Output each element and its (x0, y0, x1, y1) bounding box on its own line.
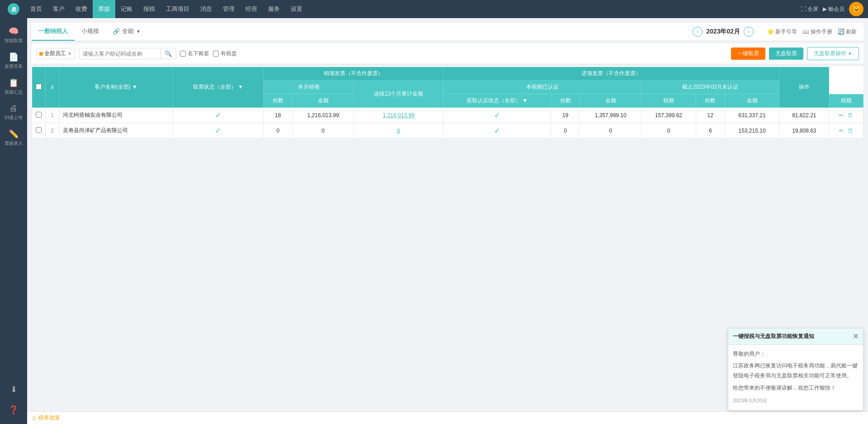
no-disk-ticket-btn[interactable]: 无盘取票 (769, 48, 803, 60)
user-avatar[interactable]: 🐱 (849, 2, 863, 16)
refresh-btn[interactable]: 🔄 刷新 (838, 28, 857, 36)
row-uncert-tax: 19,808.63 (779, 123, 829, 138)
row-purchase-tax: 157,399.62 (642, 108, 696, 123)
warning-icon: ⚠ (32, 415, 37, 421)
invoice-entry-icon: ✏️ (9, 129, 19, 139)
tax-policy-link[interactable]: ⚠ 税务政策 (32, 414, 60, 422)
nav-charge[interactable]: 收费 (70, 0, 93, 18)
guide-icon: 🌟 (767, 29, 774, 35)
no-disk-ops-btn[interactable]: 无盘取票操作 ▼ (807, 47, 859, 60)
row-checkbox[interactable] (32, 108, 46, 123)
invoice-summary-icon: 📋 (9, 78, 19, 88)
row-cert-status: ✓ (443, 108, 551, 123)
row-purchase-tax: 0 (642, 123, 696, 138)
sidebar-item-invoice-summary[interactable]: 📋 票据汇总 (1, 74, 26, 99)
sidebar-item-invoice-entry[interactable]: ✏️ 票据录入 (1, 125, 26, 150)
edit-icon[interactable]: ✏ (839, 112, 844, 119)
sub-account-checkbox[interactable] (180, 51, 186, 57)
one-key-ticket-btn[interactable]: 一键取票 (731, 48, 765, 60)
notification-header: 一键报税与无盘取票功能恢复通知 ✕ (728, 329, 863, 345)
fullscreen-icon: ⛶ (801, 6, 806, 12)
search-wrap: 🔍 (79, 48, 176, 59)
vip-icon: ▶ (823, 6, 827, 12)
th-ops: 操作 (779, 67, 829, 108)
filter-icon-customer[interactable]: ▼ (132, 84, 137, 90)
th-purchase-amount: 金额 (580, 94, 642, 108)
date-nav: ‹ 2023年02月 › (686, 27, 760, 37)
th-purchase-tax: 税额 (642, 94, 696, 108)
sub-account-check[interactable]: 名下账套 (180, 50, 209, 57)
nav-bookkeeping[interactable]: 记账 (115, 0, 138, 18)
manual-icon: 📖 (802, 29, 809, 35)
next-month-btn[interactable]: › (744, 27, 754, 37)
sidebar-bottom: ⬇ ❓ (1, 381, 26, 419)
nav-items: 首页 客户 收费 票据 记账 报税 工商项目 消息 管理 经营 服务 设置 (25, 0, 801, 18)
row-sales-amount: 1,216,013.99 (292, 108, 354, 123)
row-purchase-copies: 19 (551, 108, 580, 123)
row-cumulative[interactable]: 1,216,013.99 (354, 108, 443, 123)
filter-icon-take[interactable]: ▼ (238, 84, 243, 90)
sidebar-download[interactable]: ⬇ (1, 381, 26, 398)
row-ops: ✏ 🗒 (829, 108, 863, 123)
th-sales-copies: 份数 (264, 94, 292, 108)
row-cumulative[interactable]: 0 (354, 123, 443, 138)
smart-ticket-icon: 🧠 (9, 26, 19, 36)
nav-tax[interactable]: 报税 (138, 0, 160, 18)
th-customer: 客户名称(全部) ▼ (59, 67, 173, 108)
search-button[interactable]: 🔍 (160, 48, 176, 59)
download-icon: ⬇ (10, 385, 17, 395)
employee-dot (39, 52, 43, 56)
filter-actions: 一键取票 无盘取票 无盘取票操作 ▼ (731, 47, 859, 60)
sidebar-item-smart-ticket[interactable]: 🧠 智能取票 (1, 23, 26, 48)
th-num: # (46, 67, 59, 108)
row-uncert-copies: 6 (696, 123, 725, 138)
row-sales-copies: 18 (264, 108, 292, 123)
employee-select[interactable]: 全部员工 ▼ (36, 48, 75, 59)
search-input[interactable] (79, 49, 160, 59)
prev-month-btn[interactable]: ‹ (693, 27, 703, 37)
nav-message[interactable]: 消息 (195, 0, 217, 18)
row-sales-copies: 0 (264, 123, 292, 138)
row-uncert-copies: 12 (696, 108, 725, 123)
nav-home[interactable]: 首页 (25, 0, 47, 18)
nav-service[interactable]: 服务 (263, 0, 285, 18)
nav-client[interactable]: 客户 (47, 0, 70, 18)
tab-general-taxpayer[interactable]: 一般纳税人 (32, 23, 75, 41)
manual-btn[interactable]: 📖 操作手册 (802, 28, 832, 36)
row-customer: 河北柯搭柚实业有限公司 (59, 108, 173, 123)
row-checkbox[interactable] (32, 123, 46, 138)
current-date: 2023年02月 (706, 28, 740, 36)
filter-bar: 全部员工 ▼ 🔍 名下账套 有税盘 一键取票 无盘取票 无盘取票操作 ▼ (32, 43, 863, 64)
notification-close-btn[interactable]: ✕ (853, 332, 859, 341)
th-cumulative: 连续12个月累计金额 (354, 81, 443, 108)
row-cert-status: ✓ (443, 123, 551, 138)
row-customer: 灵寿县尚泽矿产品有限公司 (59, 123, 173, 138)
select-all-checkbox[interactable] (36, 84, 42, 90)
vip-btn[interactable]: ▶ 畅会员 (823, 5, 844, 13)
edit-icon[interactable]: ✏ (839, 128, 844, 134)
link-icon: 🔗 (113, 28, 120, 35)
nav-invoice[interactable]: 票据 (93, 0, 115, 18)
copy-icon[interactable]: 🗒 (848, 128, 853, 134)
row-uncert-amount: 631,337.21 (725, 108, 779, 123)
sidebar-help[interactable]: ❓ (1, 401, 26, 419)
copy-icon[interactable]: 🗒 (848, 112, 853, 119)
nav-operation[interactable]: 经营 (240, 0, 263, 18)
notification-panel: 一键报税与无盘取票功能恢复通知 ✕ 尊敬的用户： 江苏政务网已恢复访问电子税务局… (728, 328, 863, 410)
notification-body: 尊敬的用户： 江苏政务网已恢复访问电子税务局功能，易代账一键登陆电子税务局与无盘… (728, 345, 863, 410)
fullscreen-btn[interactable]: ⛶ 全屏 (801, 5, 818, 13)
has-tax-check[interactable]: 有税盘 (213, 50, 237, 57)
app-logo: 易 (5, 0, 23, 18)
tab-all-capable[interactable]: 🔗 全能 ▼ (106, 23, 147, 41)
nav-settings[interactable]: 设置 (285, 0, 308, 18)
tab-small-scale[interactable]: 小规模 (75, 23, 106, 41)
new-guide-btn[interactable]: 🌟 新手引导 (767, 28, 797, 36)
sidebar-item-issue-invoice[interactable]: 📄 发票开具 (1, 48, 26, 73)
sidebar-item-scan-upload[interactable]: 🖨 扫描上传 (1, 100, 26, 124)
filter-icon-cert[interactable]: ▼ (522, 97, 528, 104)
has-tax-checkbox[interactable] (213, 51, 219, 57)
issue-invoice-icon: 📄 (9, 52, 19, 62)
nav-manage[interactable]: 管理 (217, 0, 240, 18)
dropdown-arrow-icon: ▼ (848, 51, 852, 56)
nav-business[interactable]: 工商项目 (160, 0, 195, 18)
